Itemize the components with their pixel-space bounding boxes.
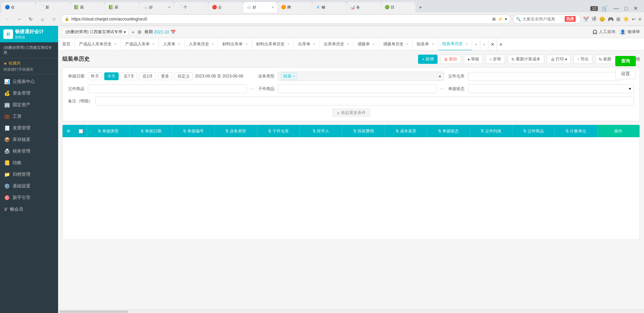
tab-7[interactable]: 🔴 企 [209,2,243,12]
nav-tab-home[interactable]: 首页 [58,38,75,51]
1month-btn[interactable]: 近1月 [139,72,156,80]
sidebar-company[interactable]: (勿删勿禁用) 江西服宝测试专用 [0,42,58,58]
tabs-close-all[interactable]: ✕ [488,38,497,51]
tab-3[interactable]: 📗 易 [70,2,105,12]
nav-tab-material-out-history-close[interactable]: × [287,42,290,46]
nav-tab-transfer[interactable]: 调拨单 × [353,38,379,51]
parent-warehouse-input[interactable] [468,72,622,81]
table-col-child-warehouse[interactable]: ⇅ 子件仓库 [257,125,300,137]
tab-4[interactable]: 📗 易 [105,2,139,12]
user-info[interactable]: 👤 徐泽华 [619,29,640,35]
tab-5[interactable]: ☁️ 好 × [139,2,174,12]
business-type-dropdown[interactable]: ▾ [439,74,441,79]
assembly-tag-close[interactable]: × [293,74,295,78]
maximize-button[interactable]: □ [622,5,630,12]
nav-tab-production-in[interactable]: 产成品入库单 × [121,38,159,51]
tab-2[interactable]: 📄 新 [36,2,70,12]
7days-btn[interactable]: 近7天 [121,72,137,80]
parent-goods-input[interactable] [88,84,247,93]
table-col-bill-date[interactable]: ⇅ 单据日期 [130,125,172,137]
table-col-bill-type[interactable]: ⇅ 单据类型 [87,125,130,137]
child-goods-dots[interactable]: ··· [440,86,444,92]
nav-tab-out-order-history[interactable]: 出库单历史 × [320,38,353,51]
note-input[interactable] [95,97,634,105]
more-btn[interactable]: 更多 [158,72,172,80]
custom-btn[interactable]: 自定义 [174,72,193,80]
sidebar-item-archive[interactable]: 📁 归档管理 [0,169,58,180]
minimize-button[interactable]: — [612,5,621,12]
scroll-thumb[interactable] [59,311,128,313]
table-col-disassembly-fee[interactable]: ⇅ 拆装费用 [342,125,385,137]
nav-tab-assembly-history[interactable]: 组装单历史 × [438,38,472,51]
close-button[interactable]: ✕ [631,4,640,12]
collapse-button[interactable]: ∧ 收起更多条件 [332,109,370,117]
tab-close-8[interactable]: × [272,5,274,9]
tabs-scroll-right[interactable]: › [480,38,488,51]
export-button[interactable]: ↑ 导出 [574,55,592,64]
new-tab-button[interactable]: + [416,3,425,12]
service-button[interactable]: 🎧 人工咨询 [592,29,615,35]
search-input[interactable] [522,17,563,22]
sidebar-item-reports[interactable]: 📊 云报表中心 [0,76,58,87]
tab-12[interactable]: 🟢 目 [381,2,415,12]
cart-icon[interactable]: 🛒 [599,4,610,12]
sidebar-favorites[interactable]: ★ 收藏夹 快捷键打开收藏夹 [0,58,58,74]
table-col-unit[interactable]: ⇅ 计量单位 [555,125,597,137]
search-bar[interactable]: 🔍 热搜 [513,14,581,24]
table-col-bill-no[interactable]: ⇅ 单据编号 [172,125,215,137]
sidebar-item-tax[interactable]: 🖨️ 税务管理 [0,145,58,157]
nav-tab-out-order[interactable]: 出库单 × [294,38,320,51]
back-button[interactable]: ← [3,14,12,24]
table-col-biz-type[interactable]: ⇅ 业务类型 [215,125,257,137]
nav-tab-assembly-history-close[interactable]: × [466,42,468,46]
nav-tab-assembly[interactable]: 组装单 × [413,38,438,51]
tab-6[interactable]: 📄 个 [174,2,208,12]
bill-status-select[interactable]: ▾ [468,84,634,93]
table-col-cost-diff[interactable]: ⇅ 成本差异 [385,125,427,137]
settings-gear-icon[interactable]: ⚙ [137,29,142,35]
forward-button[interactable]: → [14,14,24,24]
abandon-button[interactable]: ○ 弃审 [486,55,505,64]
address-bar[interactable]: 🔒 https://cloud.chanjet.com/accounting/u… [61,14,511,24]
tab-1[interactable]: 🔵 在 [1,2,36,12]
address-chevron-icon[interactable]: ▾ [505,17,507,22]
add-button[interactable]: + + 新增 新增 [418,55,437,64]
nav-tab-production-in-history[interactable]: 产成品入库单历史 × [75,38,121,51]
nav-tab-out-order-close[interactable]: × [313,42,315,46]
sidebar-item-closing[interactable]: 📒 结账 [0,157,58,169]
undo-icon[interactable]: ↩ [632,16,636,22]
table-col-parent-list[interactable]: ⇅ 父件列表 [470,125,512,137]
nav-tab-production-in-history-close[interactable]: × [115,42,117,46]
nav-tab-in-order-close[interactable]: × [178,42,180,46]
company-selector[interactable]: (勿删勿禁用) 江西服宝测试专用 ▾ [62,28,129,36]
tab-close-5[interactable]: × [168,5,170,9]
nav-tab-in-order-history-close[interactable]: × [212,42,214,46]
print-button[interactable]: 🖨 打印 ▾ [547,55,571,64]
nav-tab-material-out-close[interactable]: × [245,42,247,46]
nav-tab-assembly-close[interactable]: × [432,42,434,46]
nav-tab-transfer-history[interactable]: 调拨单历史 × [379,38,413,51]
bookmark-button[interactable]: ☆ [49,14,59,24]
address-lightning-icon[interactable]: ⚡ [498,17,503,22]
sidebar-item-fixed-assets[interactable]: 🏢 固定资产 [0,99,58,111]
sidebar-item-salary[interactable]: 💼 工资 [0,111,58,122]
audit-button[interactable]: ● 审核 [464,55,483,64]
home-button[interactable]: ⌂ [38,14,47,24]
table-col-select-all[interactable] [75,125,87,137]
query-button[interactable]: 查询 [615,56,636,66]
grid-icon[interactable]: ⊞ [616,16,620,22]
settings-query-button[interactable]: 设置 [615,68,636,79]
table-col-settings[interactable]: ⚙ [63,125,75,137]
tab-10[interactable]: 📧 畅 [312,2,346,12]
sidebar-item-settings[interactable]: ⚙️ 基础设置 [0,180,58,192]
table-col-parent-goods[interactable]: ⇅ 父件商品 [512,125,555,137]
translate-icon[interactable]: 译 [592,16,596,22]
parent-goods-dots[interactable]: ··· [250,86,254,92]
add-company-button[interactable]: + [132,29,134,35]
nav-tab-out-order-history-close[interactable]: × [347,42,349,46]
business-type-filter[interactable]: 组装 × ▾ [278,72,444,81]
nav-tab-material-out[interactable]: 材料出库单 × [218,38,252,51]
today-btn[interactable]: 今天 [104,72,119,80]
tab-8[interactable]: ☁️ 好 × [243,2,277,12]
nav-tab-transfer-history-close[interactable]: × [406,42,408,46]
